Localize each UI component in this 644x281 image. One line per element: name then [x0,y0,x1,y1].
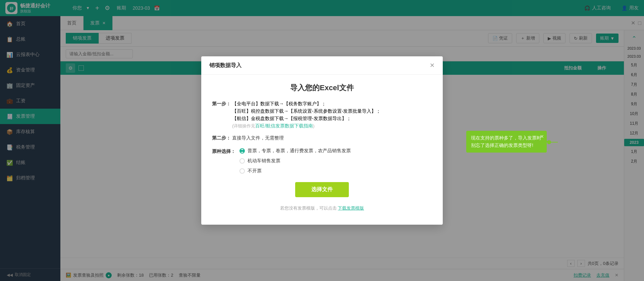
radio-label-0: 普票，专票，卷票，通行费发票，农产品销售发票 [248,148,351,154]
step1-guide-link[interactable]: 百旺/航信发票数据下载指南 [255,123,313,128]
modal-body: 导入您的Excel文件 第一步： 【全电平台】数据下载→【税务数字账户】； 【百… [201,75,443,225]
modal-overlay: 销项数据导入 ✕ 导入您的Excel文件 第一步： 【全电平台】数据下载→【税务… [0,0,644,281]
step1-row: 第一步： 【全电平台】数据下载→【税务数字账户】； 【百旺】税控盘数据下载→【系… [212,101,432,129]
modal-close-button[interactable]: ✕ [430,62,435,69]
step2-row: 第二步： 直接导入文件，无需整理 [212,135,432,141]
radio-circle-1 [239,158,245,164]
radio-option-1[interactable]: 机动车销售发票 [239,158,351,164]
step2-content: 直接导入文件，无需整理 [232,135,284,141]
modal-title: 销项数据导入 [209,62,241,69]
footer-note-text: 若您没有发票模版，可以点击 [280,206,337,211]
step1-label: 第一步： [212,101,231,107]
radio-label-1: 机动车销售发票 [248,158,280,164]
step1-item-0: 【全电平台】数据下载→【税务数字账户】； [232,101,381,107]
tooltip-text: 现在支持的票种多了，导入发票时别忘了选择正确的发票类型呀! [471,135,541,148]
ticket-select-label: 票种选择： [212,148,235,155]
modal-footer-note: 若您没有发票模版，可以点击 下载发票模版 [212,205,432,217]
radio-option-2[interactable]: 不开票 [239,168,351,174]
step1-item-2: 【航信】金税盘数据下载→【报税管理-发票数据导出】； [232,116,381,122]
tooltip-connector-line [551,142,558,143]
tooltip-close-button[interactable]: ✕ [540,133,544,140]
step1-link-text: (详细操作见百旺/航信发票数据下载指南) [232,123,381,129]
radio-label-2: 不开票 [248,168,262,174]
tooltip-bubble: ✕ 现在支持的票种多了，导入发票时别忘了选择正确的发票类型呀! [466,131,547,153]
modal-header: 销项数据导入 ✕ [201,56,443,75]
radio-group: 普票，专票，卷票，通行费发票，农产品销售发票 机动车销售发票 不开票 [239,148,351,174]
radio-option-0[interactable]: 普票，专票，卷票，通行费发票，农产品销售发票 [239,148,351,154]
modal-dialog: 销项数据导入 ✕ 导入您的Excel文件 第一步： 【全电平台】数据下载→【税务… [201,56,443,225]
ticket-select-row: 票种选择： 普票，专票，卷票，通行费发票，农产品销售发票 机动车销售发票 不开票 [212,148,432,174]
radio-circle-2 [239,168,245,174]
tooltip-connector-dot [547,140,551,144]
download-template-link[interactable]: 下载发票模版 [338,206,364,211]
select-file-button[interactable]: 选择文件 [295,182,349,197]
radio-circle-0 [239,148,245,154]
step2-label: 第二步： [212,135,231,141]
step1-content: 【全电平台】数据下载→【税务数字账户】； 【百旺】税控盘数据下载→【系统设置-系… [232,101,381,129]
step1-item-1: 【百旺】税控盘数据下载→【系统设置-系统参数设置-发票批量导入】； [232,108,381,114]
modal-main-title: 导入您的Excel文件 [212,83,432,93]
